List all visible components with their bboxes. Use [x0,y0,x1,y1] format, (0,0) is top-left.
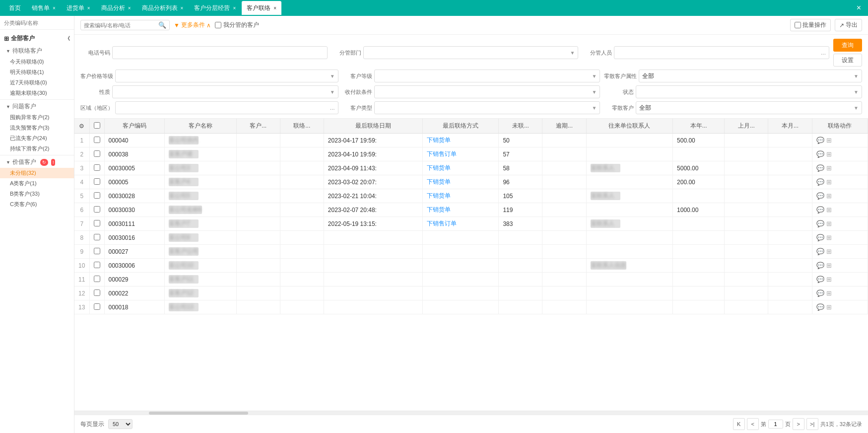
col-checkbox[interactable] [89,119,104,134]
col-contact[interactable]: 联络... [280,119,324,134]
next-page-btn[interactable]: > [793,418,804,430]
grid-action-icon[interactable]: ⊞ [826,276,832,283]
batch-checkbox[interactable] [795,22,801,28]
nature-select[interactable]: ▼ [112,85,338,98]
message-action-icon[interactable]: 💬 [816,178,824,186]
col-overdue[interactable]: 逾期... [542,119,586,134]
main-search-box[interactable]: 🔍 [80,20,170,30]
col-unit-contact[interactable]: 往来单位联系人 [586,119,672,134]
close-tab-contact[interactable]: × [273,5,276,11]
row-checkbox[interactable] [89,203,104,217]
manager-select[interactable]: ... [614,46,829,59]
sidebar-item-week-pending[interactable]: 近7天待联络(0) [0,77,74,88]
page-size-select[interactable]: 50 20 100 [108,419,133,429]
row-checkbox[interactable] [89,134,104,147]
retail-customer-select[interactable]: 全部▼ [636,101,862,114]
payment-select[interactable]: ▼ [374,85,601,98]
status-select[interactable]: ▼ [636,85,862,98]
tab-customer-segment[interactable]: 客户分层经营 × [189,1,241,15]
row-last-method[interactable]: 下销货单 [422,134,499,147]
row-last-method[interactable]: 下销货单 [422,189,499,203]
grid-action-icon[interactable]: ⊞ [826,137,832,144]
grid-action-icon[interactable]: ⊞ [826,164,832,172]
group-value-customers[interactable]: ▼ 价值客户 ↻ ! [0,156,74,168]
row-select-checkbox[interactable] [94,206,100,213]
close-tab-purchase[interactable]: × [87,5,90,11]
sidebar-item-tomorrow-pending[interactable]: 明天待联络(1) [0,67,74,77]
row-checkbox[interactable] [89,300,104,314]
prev-page-btn[interactable]: < [747,418,759,430]
close-tab-segment[interactable]: × [233,5,236,11]
col-code[interactable]: 客户编码 [104,119,165,134]
tab-customer-contact[interactable]: 客户联络 × [242,1,281,15]
row-checkbox[interactable] [89,245,104,259]
batch-operation-btn[interactable]: 批量操作 [790,19,831,31]
message-action-icon[interactable]: 💬 [816,220,824,227]
window-close-button[interactable]: × [854,3,864,12]
sidebar-item-overdue[interactable]: 逾期未联络(30) [0,88,74,98]
row-checkbox[interactable] [89,147,104,161]
sidebar-item-declining[interactable]: 持续下滑客户(2) [0,144,74,154]
col-name[interactable]: 客户名称 [165,119,237,134]
message-action-icon[interactable]: 💬 [816,276,824,283]
tab-sales-order[interactable]: 销售单 × [27,1,61,15]
grid-action-icon[interactable]: ⊞ [826,234,832,241]
row-select-checkbox[interactable] [94,178,100,185]
main-search-icon[interactable]: 🔍 [158,21,166,29]
col-this-year[interactable]: 本年... [673,119,725,134]
tab-purchase-order[interactable]: 进货单 × [62,1,95,15]
all-customers-header[interactable]: ⊞ 全部客户 《 [0,32,74,45]
row-last-method[interactable]: 下销货单 [422,203,499,217]
row-select-checkbox[interactable] [94,192,100,199]
region-select[interactable]: ... [115,101,338,114]
sidebar-item-class-a[interactable]: A类客户(1) [0,178,74,189]
col-last-month[interactable]: 上月... [725,119,768,134]
grid-action-icon[interactable]: ⊞ [826,178,832,186]
col-last-contact-method[interactable]: 最后联络方式 [422,119,499,134]
row-last-method[interactable]: 下销货单 [422,175,499,189]
message-action-icon[interactable]: 💬 [816,303,824,311]
row-checkbox[interactable] [89,259,104,273]
col-settings[interactable]: ⚙ [74,119,89,134]
export-btn[interactable]: ↗ 导出 [835,19,862,31]
row-checkbox[interactable] [89,161,104,175]
sidebar-search-input[interactable] [4,20,72,26]
message-action-icon[interactable]: 💬 [816,289,824,297]
row-select-checkbox[interactable] [94,248,100,254]
grid-action-icon[interactable]: ⊞ [826,248,832,255]
grid-action-icon[interactable]: ⊞ [826,206,832,214]
grid-action-icon[interactable]: ⊞ [826,192,832,200]
message-action-icon[interactable]: 💬 [816,262,824,269]
grid-action-icon[interactable]: ⊞ [826,150,832,158]
row-last-method[interactable]: 下销售订单 [422,147,499,161]
row-select-checkbox[interactable] [94,289,100,296]
query-button[interactable]: 查询 [833,39,862,52]
horizontal-scrollbar[interactable] [74,411,868,415]
tab-product-analysis-list[interactable]: 商品分析列表 × [137,1,189,15]
sidebar-item-churned[interactable]: 已流失客户(24) [0,133,74,144]
row-checkbox[interactable] [89,175,104,189]
retail-attr-select[interactable]: 全部▼ [639,70,862,82]
my-customers-checkbox[interactable] [215,22,221,28]
price-level-select[interactable]: ▼ [115,70,338,82]
first-page-btn[interactable]: K [733,418,745,430]
customer-level-select[interactable]: ▼ [374,70,601,82]
message-action-icon[interactable]: 💬 [816,234,824,241]
close-tab-product-list[interactable]: × [181,5,184,11]
sidebar-item-ungrouped[interactable]: 未分组(32) [0,168,74,178]
select-all-checkbox[interactable] [94,122,100,129]
row-last-method[interactable]: 下销售订单 [422,217,499,231]
dept-select[interactable]: ▼ [363,46,579,59]
row-checkbox[interactable] [89,287,104,300]
row-last-method[interactable]: 下销货单 [422,161,499,175]
close-tab-product-analysis[interactable]: × [128,5,131,11]
main-search-input[interactable] [84,22,156,28]
grid-action-icon[interactable]: ⊞ [826,303,832,311]
sidebar-item-abnormal[interactable]: 囤购异常客户(2) [0,112,74,123]
message-action-icon[interactable]: 💬 [816,150,824,158]
row-select-checkbox[interactable] [94,137,100,143]
sidebar-item-class-b[interactable]: B类客户(33) [0,189,74,199]
message-action-icon[interactable]: 💬 [816,137,824,144]
grid-action-icon[interactable]: ⊞ [826,289,832,297]
row-select-checkbox[interactable] [94,220,100,226]
